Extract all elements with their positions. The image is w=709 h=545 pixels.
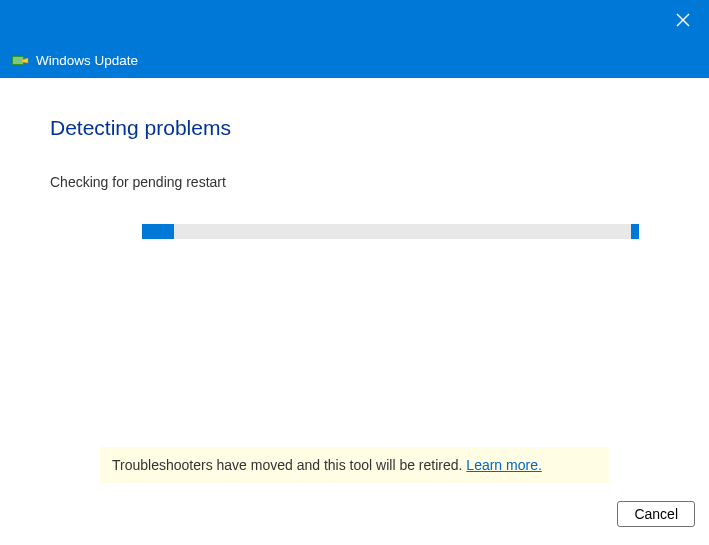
status-text: Checking for pending restart bbox=[50, 174, 659, 190]
cancel-button[interactable]: Cancel bbox=[617, 501, 695, 527]
progress-indicator-left bbox=[142, 224, 174, 239]
notice-bar: Troubleshooters have moved and this tool… bbox=[100, 447, 609, 483]
svg-rect-3 bbox=[13, 57, 23, 64]
progress-bar bbox=[142, 224, 639, 239]
header-title-wrap: Windows Update bbox=[12, 53, 138, 68]
footer: Cancel bbox=[0, 501, 709, 545]
close-icon bbox=[676, 13, 690, 27]
learn-more-link[interactable]: Learn more. bbox=[466, 457, 541, 473]
notice-text: Troubleshooters have moved and this tool… bbox=[112, 457, 466, 473]
content-area: Detecting problems Checking for pending … bbox=[0, 78, 709, 501]
title-bar: Windows Update bbox=[0, 0, 709, 78]
close-button[interactable] bbox=[671, 8, 695, 32]
page-heading: Detecting problems bbox=[50, 116, 659, 140]
window-title: Windows Update bbox=[36, 53, 138, 68]
progress-indicator-right bbox=[631, 224, 639, 239]
spacer bbox=[50, 239, 659, 447]
windows-update-icon bbox=[12, 54, 30, 68]
